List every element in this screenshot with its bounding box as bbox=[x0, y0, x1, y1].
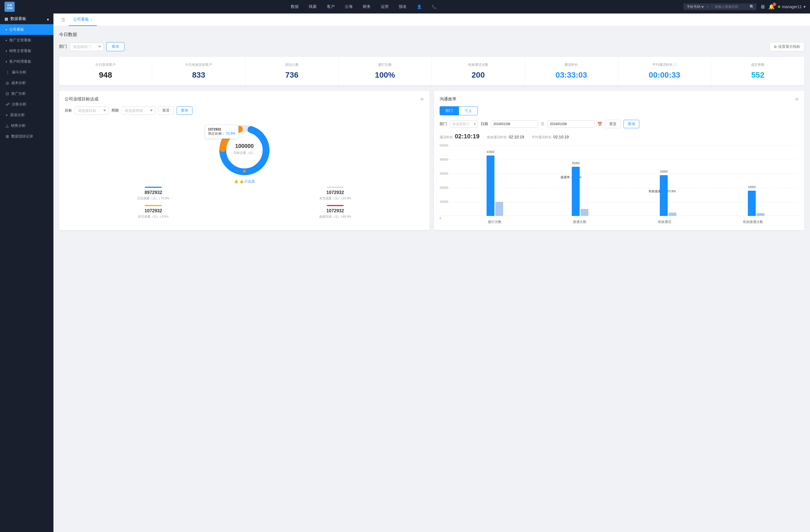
tab-toggle-icon[interactable]: ☰ bbox=[58, 14, 69, 26]
username-label: manager11 bbox=[782, 4, 802, 9]
comm-tab-dept-label: 部门 bbox=[446, 109, 453, 113]
filter-left: 部门 请选择部门 查询 bbox=[59, 42, 124, 51]
stat-deals: 成交单数 552 bbox=[711, 57, 804, 85]
comm-reset-button[interactable]: 重置 bbox=[605, 120, 621, 128]
nav-right: 手机号码 ▼ | 🔍 🖥 🔔 5 manager11 ▾ bbox=[683, 3, 806, 10]
comm-date-end[interactable] bbox=[547, 120, 595, 128]
x-label-eff-connect: 有效接通次数 bbox=[743, 220, 763, 225]
monitor-icon[interactable]: 🖥 bbox=[760, 4, 765, 10]
stat-value-3: 100% bbox=[343, 70, 427, 80]
nav-sea[interactable]: 公海 bbox=[340, 0, 358, 14]
arc-end-dot bbox=[243, 170, 246, 173]
sidebar-item-visitor[interactable]: ☍ 访客分析 bbox=[0, 99, 53, 110]
sidebar-label-promo-manager: 推广主管看板 bbox=[9, 38, 31, 43]
bar-group-eff-connect-bars: 18000 bbox=[745, 190, 767, 216]
calendar-icon[interactable]: 📅 bbox=[597, 122, 602, 126]
sidebar-dashboard-icon: ▦ bbox=[4, 17, 8, 21]
sidebar-item-sales[interactable]: △ 销售分析 bbox=[0, 120, 53, 131]
stat-label-6: 平均通话时长ⓘ bbox=[623, 63, 707, 67]
sidebar-item-cost[interactable]: ◎ 成本分析 bbox=[0, 78, 53, 88]
notification-bell[interactable]: 🔔 5 bbox=[768, 4, 775, 10]
nav-finance[interactable]: 财务 bbox=[358, 0, 376, 14]
tab-close-icon[interactable]: × bbox=[91, 18, 92, 21]
bar-effective-label: 29000 bbox=[660, 170, 668, 173]
goal-select[interactable]: 请选择目标 bbox=[75, 106, 109, 115]
goal-status-label: 👍 已达成 bbox=[239, 179, 255, 183]
goal-stat-should-complete: 1072932 应完成量（元）| 8.9% bbox=[65, 205, 242, 219]
sidebar-item-sales-manager[interactable]: ▪ 销售主管看板 bbox=[0, 46, 53, 56]
stat-label-5: 通话时长 bbox=[529, 63, 613, 67]
comm-tab-personal[interactable]: 个人 bbox=[459, 106, 478, 115]
goal-label: 目标 bbox=[65, 108, 72, 113]
sidebar-item-data-flow[interactable]: ⊞ 数据流转记录 bbox=[0, 131, 53, 142]
sidebar-item-channel[interactable]: ⌖ 渠道分析 bbox=[0, 110, 53, 120]
comm-dept-select[interactable]: 请选择部门 bbox=[450, 120, 478, 128]
stat-avg-call: 平均通话时长ⓘ 00:00:33 bbox=[618, 57, 711, 85]
sidebar-collapse-icon[interactable]: ▴ bbox=[47, 17, 49, 21]
goal-query-button[interactable]: 查询 bbox=[177, 106, 192, 115]
account-manager-icon: ▪ bbox=[6, 59, 7, 64]
stat-first-consult: 今日首咨客户 948 bbox=[59, 57, 152, 85]
nav-data[interactable]: 数据 bbox=[286, 0, 304, 14]
comm-tab-dept[interactable]: 部门 bbox=[440, 106, 459, 115]
sidebar-item-company-board[interactable]: ▪ 公司看板 bbox=[0, 24, 53, 35]
x-axis-labels: 拨打次数 接通次数 有效通话 有效接通次数 bbox=[452, 220, 799, 225]
comm-date-start[interactable] bbox=[491, 120, 538, 128]
nav-phone-icon[interactable]: 📞 bbox=[427, 0, 441, 14]
goal-reset-button[interactable]: 重置 bbox=[158, 106, 174, 115]
settings-icon: ⚙ bbox=[774, 45, 777, 49]
sidebar-item-promo-manager[interactable]: ▪ 推广主管看板 bbox=[0, 35, 53, 46]
x-label-connect: 接通次数 bbox=[573, 220, 586, 225]
sales-icon: △ bbox=[6, 123, 9, 128]
search-box[interactable]: 手机号码 ▼ | 🔍 bbox=[683, 3, 757, 10]
search-icon[interactable]: 🔍 bbox=[749, 4, 754, 9]
comm-panel: 沟通效率 ⟳ 部门 个人 部门 请选择部门 bbox=[434, 91, 804, 230]
stat-label-0: 今日首咨客户 bbox=[64, 63, 147, 67]
stat-value-6: 00:00:33 bbox=[623, 70, 707, 80]
goal-stat-desc-3: 超额完成（元）| 89.9% bbox=[247, 215, 424, 219]
search-type-select[interactable]: 手机号码 bbox=[686, 4, 705, 9]
goal-panel-title: 公司业绩目标达成 bbox=[65, 97, 98, 102]
nav-leads[interactable]: 线索 bbox=[304, 0, 322, 14]
bar-group-dial: 43000 bbox=[484, 155, 506, 216]
search-input[interactable] bbox=[715, 5, 748, 9]
stat-value-7: 552 bbox=[716, 70, 800, 80]
nav-ops[interactable]: 运营 bbox=[376, 0, 394, 14]
today-query-button[interactable]: 查询 bbox=[106, 42, 124, 51]
nav-customers[interactable]: 客户 bbox=[322, 0, 340, 14]
comm-eff-val: 02:10:19 bbox=[509, 135, 524, 139]
bar-group-dial-bars: 43000 bbox=[484, 155, 506, 216]
sidebar-label-channel: 渠道分析 bbox=[10, 113, 25, 118]
bar-eff-connect-main: 18000 bbox=[748, 190, 756, 216]
period-select[interactable]: 请选择周期 bbox=[122, 106, 155, 115]
nav-person-icon[interactable]: 👤 bbox=[412, 0, 427, 14]
stat-label-2: 回访人数 bbox=[250, 63, 334, 67]
sidebar-item-promo[interactable]: ⊡ 推广分析 bbox=[0, 88, 53, 99]
goal-stat-bar-3 bbox=[327, 205, 344, 206]
funnel-icon: ⋮ bbox=[6, 70, 10, 74]
thumbs-up-icon: 👍 bbox=[234, 179, 238, 183]
cost-icon: ◎ bbox=[6, 81, 9, 85]
goal-refresh-icon[interactable]: ⟳ bbox=[420, 97, 424, 101]
goal-stat-val-1: 1072932 bbox=[247, 190, 424, 195]
dept-filter-select[interactable]: 请选择部门 bbox=[70, 43, 103, 51]
settings-display-button[interactable]: ⚙ 设置显示指标 bbox=[770, 42, 804, 51]
stat-effective-calls: 有效通话次数 200 bbox=[432, 57, 525, 85]
sidebar-item-funnel[interactable]: ⋮ 漏斗分析 bbox=[0, 67, 53, 78]
bar-group-effective: 有效接通率：70.9% 29000 bbox=[654, 175, 682, 216]
stat-value-0: 948 bbox=[64, 70, 147, 80]
nav-signup[interactable]: 报名 bbox=[394, 0, 412, 14]
comm-date-sep: 至 bbox=[541, 121, 545, 127]
stat-label-3: 拨打次数 bbox=[343, 63, 427, 67]
tab-company-board[interactable]: 公司看板 × bbox=[69, 14, 97, 26]
comm-refresh-icon[interactable]: ⟳ bbox=[795, 97, 799, 101]
user-info[interactable]: manager11 ▾ bbox=[778, 4, 806, 9]
bar-group-connect: 接通率：70.9% 35000 bbox=[569, 167, 592, 216]
today-section-title: 今日数据 bbox=[59, 32, 804, 38]
y-label-50000: 50000 bbox=[440, 144, 448, 147]
comm-query-button[interactable]: 查询 bbox=[623, 120, 639, 128]
bar-dial-secondary bbox=[495, 202, 503, 216]
stat-revisit: 回访人数 736 bbox=[245, 57, 339, 85]
stat-label-7: 成交单数 bbox=[716, 63, 800, 67]
sidebar-item-account-manager[interactable]: ▪ 客户经理看板 bbox=[0, 56, 53, 67]
